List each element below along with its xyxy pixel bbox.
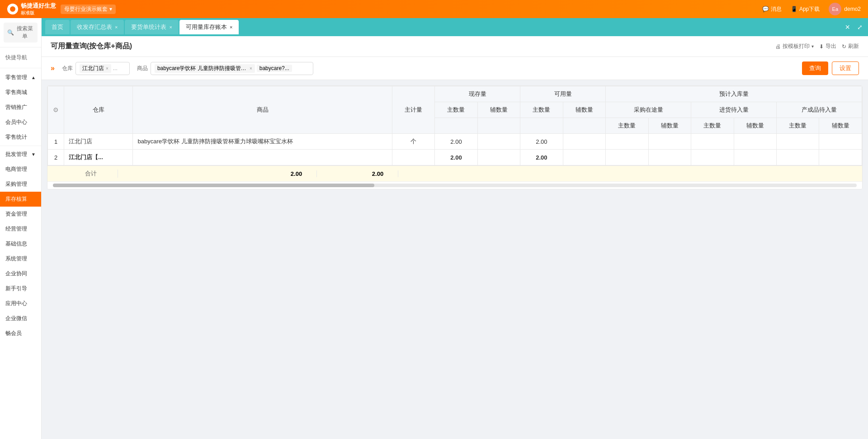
- app-subtitle: 标准版: [21, 10, 56, 16]
- tab-receivable[interactable]: 收发存汇总表 ×: [71, 20, 124, 34]
- table-header-inc-main: 主数量: [691, 118, 734, 134]
- message-icon: 💬: [762, 6, 769, 12]
- search-menu-label: 搜索菜单: [16, 25, 34, 40]
- table-header-fin-aux: 辅数量: [819, 118, 862, 134]
- download-icon: 📱: [791, 6, 797, 12]
- tab-available-stock[interactable]: 可用量库存账本 ×: [179, 20, 239, 34]
- close-all-tabs-button[interactable]: ×: [843, 23, 852, 32]
- filter-action-buttons: 查询 设置: [802, 61, 859, 75]
- table-header-inc-aux: 辅数量: [734, 118, 776, 134]
- sidebar-item-quick-nav[interactable]: 快捷导航: [0, 51, 41, 64]
- top-bar-right: 💬 消息 📱 App下载 Ea demo2: [762, 3, 861, 15]
- sidebar-item-vip[interactable]: 畅会员: [0, 326, 41, 341]
- sidebar-item-retail[interactable]: 零售管理 ▲: [0, 70, 41, 85]
- inventory-table: ⚙ 仓库 商品 主计量 现存量 可用量 预计入库量 主数量 辅数量 主数量 辅数…: [47, 86, 862, 165]
- sidebar-item-guide[interactable]: 新手引导: [0, 281, 41, 296]
- table-header-gear[interactable]: ⚙: [48, 86, 64, 134]
- sidebar-item-wechat[interactable]: 企业微信: [0, 311, 41, 326]
- search-icon: 🔍: [7, 29, 14, 36]
- query-button[interactable]: 查询: [802, 61, 828, 75]
- sidebar-item-finance[interactable]: 资金管理: [0, 207, 41, 222]
- row1-pur-main: [606, 134, 648, 150]
- expand-button[interactable]: ⤢: [855, 24, 864, 31]
- table-header-planned-in: 预计入库量: [606, 86, 862, 102]
- avatar: Ea: [829, 3, 841, 15]
- row2-avail-main: 2.00: [520, 150, 563, 165]
- sidebar-item-marketing[interactable]: 营销推广: [0, 100, 41, 115]
- refresh-label: 刷新: [848, 42, 859, 50]
- row2-warehouse: 江北门店【...: [64, 150, 133, 165]
- sidebar-item-ecommerce[interactable]: 电商管理: [0, 162, 41, 177]
- print-label: 按模板打印: [783, 42, 810, 50]
- sidebar-item-enterprise[interactable]: 企业协同: [0, 266, 41, 281]
- warehouse-more[interactable]: ...: [113, 65, 118, 71]
- search-menu-button[interactable]: 🔍 搜索菜单: [4, 23, 38, 42]
- gear-icon: ⚙: [53, 106, 59, 113]
- row1-pur-aux: [648, 134, 691, 150]
- sidebar-item-basic[interactable]: 基础信息: [0, 236, 41, 251]
- sidebar-item-system[interactable]: 系统管理: [0, 251, 41, 266]
- row1-inc-main: [691, 134, 734, 150]
- horizontal-scrollbar[interactable]: [47, 181, 862, 189]
- warehouse-input[interactable]: 江北门店 × ...: [75, 62, 130, 75]
- export-button[interactable]: ⬇ 导出: [819, 42, 836, 50]
- refresh-icon: ↻: [842, 43, 846, 50]
- warehouse-tag-value: 江北门店: [82, 65, 104, 72]
- row2-pur-main: [606, 150, 648, 165]
- chevron-down-icon: ▾: [109, 6, 112, 12]
- sidebar-item-app-center[interactable]: 应用中心: [0, 296, 41, 311]
- refresh-button[interactable]: ↻ 刷新: [842, 42, 859, 50]
- product-tag-1-close[interactable]: ×: [250, 66, 252, 71]
- print-button[interactable]: 🖨 按模板打印 ▾: [775, 42, 814, 50]
- table-header-avail-aux: 辅数量: [563, 102, 605, 118]
- export-icon: ⬇: [819, 43, 824, 50]
- tab-receivable-close[interactable]: ×: [115, 24, 118, 30]
- app-download-label: App下载: [799, 5, 820, 13]
- table-header-unit: 主计量: [392, 86, 434, 134]
- row2-fin-main: [776, 150, 819, 165]
- message-button[interactable]: 💬 消息: [762, 5, 782, 13]
- filter-toggle-button[interactable]: »: [51, 64, 55, 72]
- divider-1: [0, 146, 41, 146]
- industry-name: 母婴行业演示账套: [64, 5, 108, 13]
- sidebar-item-inventory[interactable]: 库存核算: [0, 192, 41, 207]
- table-header-avail-main: 主数量: [520, 102, 563, 118]
- settings-button[interactable]: 设置: [832, 61, 859, 75]
- tab-available-stock-close[interactable]: ×: [230, 24, 232, 30]
- sidebar-item-wholesale[interactable]: 批发管理 ▼: [0, 147, 41, 162]
- table-header-current-aux: 辅数量: [477, 102, 520, 118]
- product-tag-2: babycare?...: [257, 65, 292, 72]
- tab-bar: 首页 收发存汇总表 × 要货单统计表 × 可用量库存账本 × × ⤢: [42, 18, 868, 36]
- row1-index: 1: [48, 134, 64, 150]
- row2-unit: [392, 150, 434, 165]
- product-input[interactable]: babycare学饮杯 儿童防摔防撞吸管杯重力球吸嘴杯宝宝水杯 × babyca…: [151, 62, 313, 75]
- sidebar-item-retail-mall[interactable]: 零售商城: [0, 85, 41, 100]
- row2-current-aux: [477, 150, 520, 165]
- quick-nav-area: 快捷导航: [0, 47, 41, 68]
- row1-avail-aux: [563, 134, 605, 150]
- product-tag-2-value: babycare?...: [259, 65, 289, 71]
- sidebar-item-purchase[interactable]: 采购管理: [0, 177, 41, 192]
- logo-icon: [7, 4, 18, 14]
- warehouse-tag-close[interactable]: ×: [106, 66, 108, 71]
- scrollbar-thumb[interactable]: [53, 184, 374, 187]
- row2-pur-aux: [648, 150, 691, 165]
- row2-fin-aux: [819, 150, 862, 165]
- sidebar-item-member[interactable]: 会员中心: [0, 115, 41, 130]
- table-header-fin-main: 主数量: [776, 118, 819, 134]
- tab-bar-actions: × ⤢: [843, 23, 864, 32]
- app-download-button[interactable]: 📱 App下载: [791, 5, 820, 13]
- row1-fin-aux: [819, 134, 862, 150]
- warehouse-filter-label: 仓库: [62, 65, 73, 72]
- table-header-pur-main: 主数量: [606, 118, 648, 134]
- tab-order-stats[interactable]: 要货单统计表 ×: [125, 20, 178, 34]
- industry-selector[interactable]: 母婴行业演示账套 ▾: [61, 5, 116, 14]
- tab-home[interactable]: 首页: [45, 20, 70, 34]
- sidebar-item-retail-stats[interactable]: 零售统计: [0, 130, 41, 145]
- tab-order-stats-close[interactable]: ×: [169, 24, 172, 30]
- row2-inc-aux: [734, 150, 776, 165]
- table-row: 1 江北门店 babycare学饮杯 儿童防摔防撞吸管杯重力球吸嘴杯宝宝水杯 个…: [48, 134, 862, 150]
- user-menu[interactable]: Ea demo2: [829, 3, 861, 15]
- row1-product: babycare学饮杯 儿童防摔防撞吸管杯重力球吸嘴杯宝宝水杯: [133, 134, 392, 150]
- sidebar-item-operations[interactable]: 经营管理: [0, 222, 41, 236]
